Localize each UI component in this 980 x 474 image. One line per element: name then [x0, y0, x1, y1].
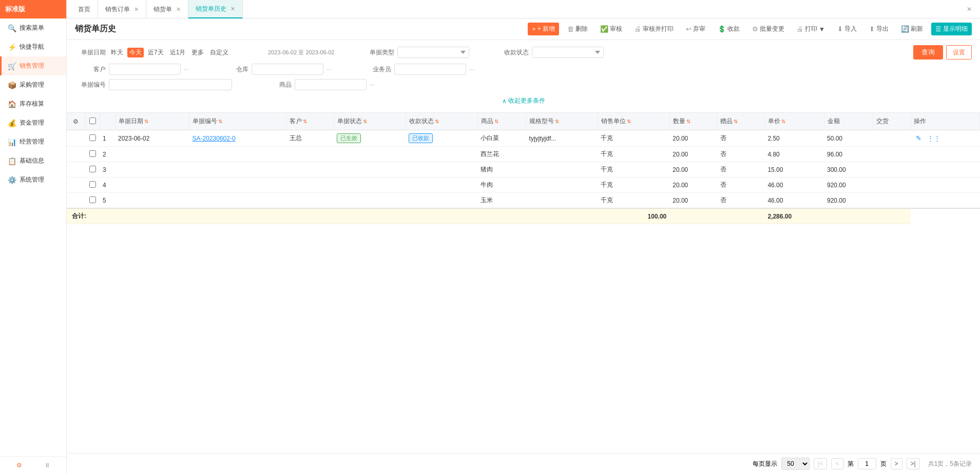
collapse-row: ∧ 收起更多条件	[75, 94, 972, 107]
sidebar-settings-icon[interactable]: ⚙	[16, 462, 22, 469]
row-doc-status	[334, 177, 406, 193]
customer-dots[interactable]: ···	[184, 66, 189, 73]
abandon-button[interactable]: ↩ 弃审	[682, 23, 709, 35]
row-checkbox[interactable]	[89, 196, 96, 203]
content-area: 销货单历史 + + 新增 🗑 删除 ✅ 审核 🖨 审核并打印	[67, 18, 980, 474]
sidebar-item-sales-mgmt[interactable]: 🛒 销售管理	[0, 56, 66, 75]
doc-no-input[interactable]	[109, 79, 232, 90]
col-customer[interactable]: 客户⇅	[286, 113, 334, 130]
col-sales-unit[interactable]: 销售单位⇅	[598, 113, 669, 130]
row-gear	[67, 162, 85, 177]
sidebar-collapse-icon[interactable]: ⏸	[44, 462, 50, 469]
set-button[interactable]: 设置	[946, 45, 972, 60]
row-check[interactable]	[85, 177, 100, 193]
col-quantity[interactable]: 数量⇅	[669, 113, 717, 130]
sum-actions-cell	[873, 208, 911, 224]
doc-no-link[interactable]: SA-20230602-0	[193, 135, 236, 142]
op-more-btn[interactable]: ⋮⋮	[925, 134, 943, 143]
row-sales-unit: 千克	[598, 177, 669, 193]
col-spec-model[interactable]: 规格型号⇅	[526, 113, 598, 130]
collapse-button[interactable]: ∧ 收起更多条件	[75, 94, 972, 107]
row-gift: 否	[717, 177, 765, 193]
sidebar-item-purchase-mgmt[interactable]: 📦 采购管理	[0, 75, 66, 94]
new-button[interactable]: + + 新增	[528, 23, 559, 35]
col-doc-no[interactable]: 单据编号⇅	[189, 113, 286, 130]
row-doc-no	[189, 193, 286, 209]
tab-sales-order-close[interactable]: ✕	[134, 0, 139, 18]
tab-sales-order[interactable]: 销售订单 ✕	[98, 0, 146, 18]
refresh-button[interactable]: 🔄 刷新	[897, 23, 927, 35]
col-gear[interactable]: ⚙	[67, 113, 85, 130]
audit-button[interactable]: ✅ 审核	[596, 23, 626, 35]
sidebar-item-basic-info[interactable]: 📋 基础信息	[0, 151, 66, 170]
col-doc-date[interactable]: 单据日期⇅	[115, 113, 189, 130]
row-check[interactable]	[85, 162, 100, 177]
row-goods: 西兰花	[477, 147, 526, 162]
first-page-btn[interactable]: |<	[814, 458, 827, 469]
sidebar-item-operation-mgmt[interactable]: 📊 经营管理	[0, 132, 66, 151]
row-unit-price: 4.80	[764, 147, 824, 162]
page-header: 销货单历史 + + 新增 🗑 删除 ✅ 审核 🖨 审核并打印	[67, 18, 980, 40]
prev-page-btn[interactable]: <	[831, 458, 843, 469]
batch-change-button[interactable]: ⚙ 批量变更	[748, 23, 789, 35]
last-page-btn[interactable]: >|	[907, 458, 920, 469]
op-edit-btn[interactable]: ✎	[914, 134, 924, 143]
col-doc-status[interactable]: 单据状态⇅	[334, 113, 406, 130]
row-checkbox[interactable]	[89, 166, 96, 172]
sort-quantity-icon: ⇅	[686, 118, 690, 124]
query-button[interactable]: 查询	[913, 45, 943, 60]
warehouse-dots[interactable]: ···	[326, 66, 332, 73]
date-tag-7days[interactable]: 近7天	[146, 48, 166, 57]
tab-sales-history[interactable]: 销货单历史 ✕	[188, 0, 243, 18]
import-button[interactable]: ⬇ 导入	[833, 23, 861, 35]
customer-input[interactable]	[109, 64, 181, 75]
goods-dots[interactable]: ···	[370, 81, 375, 88]
staff-input[interactable]	[394, 64, 466, 75]
tab-sales-delivery-close[interactable]: ✕	[176, 0, 181, 18]
col-goods[interactable]: 商品⇅	[477, 113, 526, 130]
col-gift[interactable]: 赠品⇅	[717, 113, 765, 130]
tab-sales-history-close[interactable]: ✕	[230, 0, 235, 18]
doc-type-select[interactable]	[397, 47, 469, 58]
print-button[interactable]: 🖨 打印 ▼	[793, 23, 829, 35]
tab-sales-delivery[interactable]: 销货单 ✕	[146, 0, 188, 18]
sidebar-item-label: 基础信息	[20, 156, 44, 165]
show-detail-button[interactable]: ☰ 显示明细	[931, 23, 972, 35]
table-row: 4 牛肉 千克 20.00 否 46.00 920.00	[67, 177, 980, 193]
page-number-input[interactable]	[858, 458, 876, 469]
per-page-select[interactable]: 50 100	[781, 458, 810, 470]
col-collect-status[interactable]: 收款状态⇅	[406, 113, 477, 130]
row-checkbox[interactable]	[89, 150, 96, 157]
row-checkbox[interactable]	[89, 134, 96, 141]
collect-button[interactable]: 💲 收款	[714, 23, 744, 35]
staff-dots[interactable]: ···	[469, 66, 474, 73]
sidebar-item-finance-mgmt[interactable]: 💰 资金管理	[0, 113, 66, 132]
tab-home[interactable]: 首页	[71, 0, 98, 18]
export-button[interactable]: ⬆ 导出	[865, 23, 893, 35]
delete-button[interactable]: 🗑 删除	[563, 23, 592, 35]
audit-print-button[interactable]: 🖨 审核并打印	[630, 23, 678, 35]
collect-status-select[interactable]	[532, 47, 604, 58]
row-check[interactable]	[85, 193, 100, 209]
date-tag-today[interactable]: 今天	[127, 48, 144, 57]
row-check[interactable]	[85, 147, 100, 162]
sidebar-item-search-menu[interactable]: 🔍 搜索菜单	[0, 18, 66, 37]
date-tag-custom[interactable]: 自定义	[208, 48, 230, 57]
sidebar-item-system-mgmt[interactable]: ⚙️ 系统管理	[0, 170, 66, 189]
sidebar-item-quick-nav[interactable]: ⚡ 快捷导航	[0, 37, 66, 56]
select-all-checkbox[interactable]	[89, 117, 96, 124]
sidebar-item-inventory[interactable]: 🏠 库存核算	[0, 94, 66, 113]
next-page-btn[interactable]: >	[891, 458, 902, 469]
table-header-row: ⚙ 单据日期⇅ 单据编号⇅ 客户⇅ 单据状态⇅ 收款状态⇅ 商品⇅ 规格型号⇅ …	[67, 113, 980, 130]
refresh-icon: 🔄	[901, 25, 909, 33]
date-tag-more[interactable]: 更多	[189, 48, 206, 57]
col-unit-price[interactable]: 单价⇅	[764, 113, 824, 130]
col-check[interactable]	[85, 113, 100, 130]
date-tag-yesterday[interactable]: 昨天	[109, 48, 125, 57]
row-check[interactable]	[85, 130, 100, 147]
row-checkbox[interactable]	[89, 181, 96, 188]
goods-input[interactable]	[295, 79, 367, 90]
date-tag-1month[interactable]: 近1月	[168, 48, 188, 57]
warehouse-input[interactable]	[252, 64, 323, 75]
close-all-tabs[interactable]: ✕	[963, 6, 976, 13]
